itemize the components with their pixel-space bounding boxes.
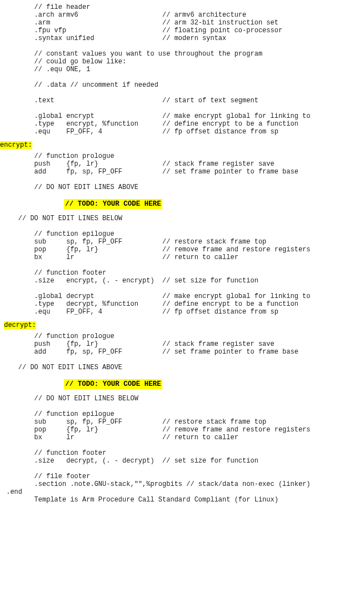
code-block-1: // file header .arch armv6 // armv6 arch… — [0, 0, 364, 141]
decrypt-label: decrypt: — [4, 321, 36, 329]
label-decrypt-line: decrypt: — [0, 321, 364, 329]
todo-line-2: // TODO: YOUR CODE HERE — [0, 377, 364, 391]
code-block-2: // function prologue push {fp, lr} // st… — [0, 149, 364, 197]
code-block-5: // DO NOT EDIT LINES BELOW // function e… — [0, 391, 364, 509]
todo-line-1: // TODO: YOUR CODE HERE — [0, 197, 364, 211]
code-block-4: // function prologue push {fp, lr} // st… — [0, 329, 364, 377]
encrypt-label: encrypt: — [0, 141, 32, 149]
todo-marker-2: // TODO: YOUR CODE HERE — [64, 379, 162, 389]
label-encrypt-line: encrypt: — [0, 141, 364, 149]
todo-marker-1: // TODO: YOUR CODE HERE — [64, 199, 162, 209]
code-block-3: // DO NOT EDIT LINES BELOW // function e… — [0, 211, 364, 321]
